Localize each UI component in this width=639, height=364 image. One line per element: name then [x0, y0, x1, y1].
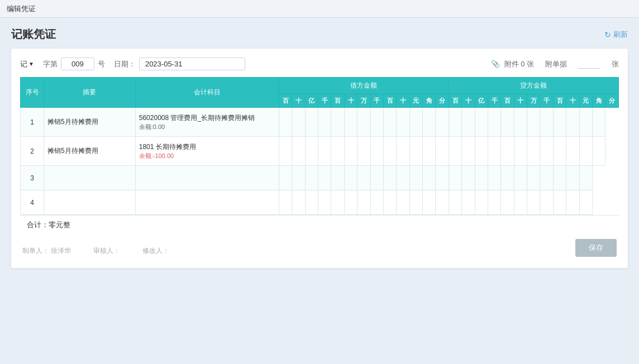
- refresh-icon: ↻: [604, 30, 611, 39]
- zhang-input[interactable]: [578, 60, 600, 69]
- row3-summary[interactable]: [44, 166, 136, 190]
- row4-account[interactable]: [135, 190, 279, 215]
- zi-label: 字第: [43, 59, 58, 69]
- page-header: 记账凭证 ↻ 刷新: [11, 27, 628, 42]
- form-row: 记 ▼ 字第 号 日期： 📎 附件 0 张 附单据 张: [20, 58, 619, 70]
- d3: 亿: [305, 94, 318, 108]
- c2: 十: [462, 94, 475, 108]
- attachment-info: 📎 附件 0 张: [491, 59, 534, 69]
- row2-summary[interactable]: 摊销5月待摊费用: [44, 137, 136, 166]
- attachment-area: 📎 附件 0 张 附单据 张: [491, 59, 619, 69]
- row4-summary[interactable]: [44, 190, 136, 215]
- voucher-type-button[interactable]: 记 ▼: [20, 59, 34, 69]
- c4: 千: [488, 94, 500, 108]
- voucher-number-input[interactable]: [61, 58, 94, 70]
- row1-seq: 1: [21, 108, 44, 137]
- d6: 十: [344, 94, 357, 108]
- reviewer-info: 审核人：: [93, 246, 120, 256]
- date-group: 日期：: [114, 58, 245, 70]
- d9: 百: [383, 94, 396, 108]
- d4: 千: [318, 94, 331, 108]
- voucher-card: 记 ▼ 字第 号 日期： 📎 附件 0 张 附单据 张: [11, 49, 628, 268]
- d11: 元: [409, 94, 422, 108]
- refresh-label: 刷新: [613, 30, 628, 40]
- total-value: 零元整: [49, 220, 70, 230]
- voucher-type-label: 记: [20, 59, 27, 69]
- row1-summary[interactable]: 摊销5月待摊费用: [44, 108, 136, 137]
- d12: 角: [423, 94, 436, 108]
- col-header-account: 会计科目: [135, 78, 279, 108]
- col-header-seq: 序号: [21, 78, 44, 108]
- save-button[interactable]: 保存: [575, 239, 617, 257]
- col-header-debit: 借方金额: [279, 78, 449, 94]
- row2-seq: 2: [21, 137, 44, 166]
- voucher-table-wrapper: 序号 摘要 会计科目 借方金额 贷方金额 百 十 亿 千 百 十 万: [20, 77, 619, 215]
- voucher-table: 序号 摘要 会计科目 借方金额 贷方金额 百 十 亿 千 百 十 万: [20, 77, 619, 215]
- col-header-summary: 摘要: [44, 78, 136, 108]
- d2: 十: [292, 94, 305, 108]
- title-bar: 编辑凭证: [0, 0, 639, 18]
- d10: 十: [397, 94, 409, 108]
- reviewer-label: 审核人：: [93, 247, 120, 255]
- col-header-credit: 贷方金额: [449, 78, 618, 94]
- title-bar-label: 编辑凭证: [7, 4, 36, 14]
- refresh-button[interactable]: ↻ 刷新: [604, 30, 628, 40]
- voucher-type-group: 记 ▼: [20, 59, 34, 69]
- page-title: 记账凭证: [11, 27, 56, 42]
- row2-account[interactable]: 1801 长期待摊费用 余额:-100.00: [135, 137, 279, 166]
- c11: 元: [579, 94, 592, 108]
- row3-seq: 3: [21, 166, 44, 190]
- bottom-info: 制单人： 徐泽华 审核人： 修改人： 保存: [20, 234, 619, 259]
- table-row: 3: [21, 166, 619, 190]
- c1: 百: [449, 94, 461, 108]
- c3: 亿: [475, 94, 488, 108]
- table-row: 4: [21, 190, 619, 215]
- creator-label: 制单人：: [22, 247, 49, 255]
- d8: 千: [370, 94, 383, 108]
- footer-info: 制单人： 徐泽华 审核人： 修改人：: [22, 241, 169, 256]
- row3-account[interactable]: [135, 166, 279, 190]
- paperclip-icon: 📎: [491, 60, 500, 68]
- date-input[interactable]: [139, 58, 245, 70]
- hao-label: 号: [98, 59, 105, 69]
- table-row: 1 摊销5月待摊费用 56020008 管理费用_长期待摊费用摊销 余额:0.0…: [21, 108, 619, 137]
- c10: 十: [566, 94, 579, 108]
- attach-label: 附件 0 张: [504, 60, 534, 68]
- zhang-label: 张: [612, 59, 619, 69]
- modifier-label: 修改人：: [142, 247, 169, 255]
- zi-group: 字第 号: [43, 58, 105, 70]
- fujudan-label: 附单据: [545, 59, 567, 69]
- main-container: 记账凭证 ↻ 刷新 记 ▼ 字第 号 日期：: [0, 18, 639, 364]
- c13: 分: [605, 94, 619, 108]
- d13: 分: [436, 94, 449, 108]
- total-label: 合计：: [27, 220, 49, 230]
- row1-account[interactable]: 56020008 管理费用_长期待摊费用摊销 余额:0.00: [135, 108, 279, 137]
- c9: 百: [553, 94, 566, 108]
- dropdown-icon: ▼: [28, 61, 34, 67]
- creator-info: 制单人： 徐泽华: [22, 246, 71, 256]
- date-label: 日期：: [114, 59, 136, 69]
- modifier-info: 修改人：: [142, 246, 169, 256]
- summary-footer: 合计： 零元整: [20, 215, 619, 234]
- d7: 万: [357, 94, 370, 108]
- c6: 十: [514, 94, 527, 108]
- c8: 千: [540, 94, 553, 108]
- c7: 万: [527, 94, 540, 108]
- c5: 百: [501, 94, 514, 108]
- creator-value: 徐泽华: [51, 247, 71, 255]
- row4-seq: 4: [21, 190, 44, 215]
- d5: 百: [331, 94, 344, 108]
- d1: 百: [279, 94, 292, 108]
- c12: 角: [592, 94, 605, 108]
- table-row: 2 摊销5月待摊费用 1801 长期待摊费用 余额:-100.00: [21, 137, 619, 166]
